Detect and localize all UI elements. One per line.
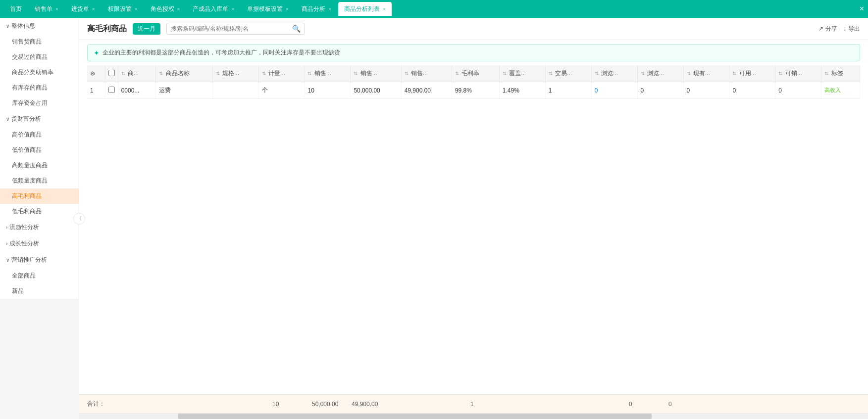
- sidebar-item-all-goods[interactable]: 全部商品: [0, 268, 79, 283]
- nav-tab-products[interactable]: 产成品入库单 ×: [187, 2, 240, 16]
- sort-trade-icon: ⇅: [549, 71, 553, 76]
- col-margin-rate[interactable]: ⇅ 毛利率: [452, 65, 499, 82]
- col-saleable[interactable]: ⇅ 可销...: [775, 65, 821, 82]
- close-roles-tab[interactable]: ×: [177, 6, 180, 12]
- footer-label: 合计：: [87, 400, 105, 408]
- cell-available: 0: [729, 82, 775, 99]
- export-button[interactable]: ↓ 导出: [843, 25, 860, 33]
- col-tag[interactable]: ⇅ 标签: [821, 65, 860, 82]
- sort-sales-cost-icon: ⇅: [405, 71, 408, 76]
- col-unit[interactable]: ⇅ 计量...: [258, 65, 305, 82]
- arrow-financial: ∨: [6, 116, 9, 122]
- col-browse2[interactable]: ⇅ 浏览...: [637, 65, 683, 82]
- close-products-tab[interactable]: ×: [231, 6, 234, 12]
- table-header-row: ⚙ ⇅ 商... ⇅ 商品名称: [87, 65, 860, 82]
- footer-spacer-4: [230, 401, 269, 408]
- sidebar-group-overall[interactable]: ∨ 整体信息: [0, 18, 79, 34]
- footer-available: 0: [626, 401, 665, 408]
- col-checkbox: [105, 65, 118, 82]
- close-analysis-tab[interactable]: ×: [328, 6, 331, 12]
- close-all-tabs[interactable]: ×: [860, 4, 864, 13]
- sort-spec-icon: ⇅: [216, 71, 220, 76]
- footer-spacer-2: [151, 401, 190, 408]
- sidebar-item-low-freq[interactable]: 低频量度商品: [0, 173, 79, 188]
- nav-tab-permissions[interactable]: 权限设置 ×: [102, 2, 144, 16]
- footer-trade: 1: [467, 401, 507, 408]
- nav-tab-home[interactable]: 首页: [4, 2, 28, 16]
- col-name[interactable]: ⇅ 商品名称: [156, 65, 212, 82]
- time-filter-button[interactable]: 近一月: [133, 23, 160, 35]
- cell-browse1[interactable]: 0: [591, 82, 637, 99]
- sidebar-item-low-value[interactable]: 低价值商品: [0, 142, 79, 158]
- export-icon: ↓: [843, 25, 846, 32]
- sidebar-item-high-margin[interactable]: 高毛利商品: [0, 188, 79, 204]
- sidebar-group-trend[interactable]: › 流趋性分析: [0, 219, 79, 235]
- sort-tag-icon: ⇅: [824, 71, 828, 76]
- cell-trade: 1: [545, 82, 591, 99]
- footer-spacer-3: [190, 401, 230, 408]
- header-actions: ↗ 分享 ↓ 导出: [818, 25, 860, 33]
- col-browse1[interactable]: ⇅ 浏览...: [591, 65, 637, 82]
- nav-tab-templates[interactable]: 单据模板设置 ×: [241, 2, 295, 16]
- col-sales-cost[interactable]: ⇅ 销售...: [401, 65, 452, 82]
- table-container[interactable]: ⚙ ⇅ 商... ⇅ 商品名称: [79, 65, 868, 394]
- nav-tab-purchase[interactable]: 进货单 ×: [65, 2, 101, 16]
- col-coverage[interactable]: ⇅ 覆盖...: [499, 65, 545, 82]
- sidebar: ∨ 整体信息 销售货商品 交易过的商品 商品分类助销率 有库存的商品 库存资金占…: [0, 18, 79, 299]
- col-settings[interactable]: ⚙: [87, 65, 105, 82]
- footer-sales-cost: 49,900.00: [349, 401, 388, 408]
- close-permissions-tab[interactable]: ×: [135, 6, 138, 12]
- info-text: 企业的主要的利润都是这部分商品创造的，可考虑加大推广，同时关注库存是不要出现缺货: [102, 48, 340, 57]
- search-input[interactable]: [171, 25, 289, 32]
- sidebar-group-financial[interactable]: ∨ 货财富分析: [0, 111, 79, 127]
- nav-tab-analysis-list[interactable]: 商品分析列表 ×: [338, 2, 392, 16]
- col-code[interactable]: ⇅ 商...: [118, 65, 156, 82]
- col-available[interactable]: ⇅ 可用...: [729, 65, 775, 82]
- col-current[interactable]: ⇅ 现有...: [683, 65, 729, 82]
- close-purchase-tab[interactable]: ×: [92, 6, 95, 12]
- nav-tab-analysis[interactable]: 商品分析 ×: [296, 2, 337, 16]
- close-templates-tab[interactable]: ×: [286, 6, 289, 12]
- page-title: 高毛利商品: [87, 24, 127, 34]
- sidebar-item-high-value[interactable]: 高价值商品: [0, 127, 79, 142]
- search-icon[interactable]: 🔍: [292, 25, 301, 33]
- sort-sales-amount-icon: ⇅: [354, 71, 357, 76]
- table-footer: 合计： 10 50,000.00 49,900.00 1 0 0: [79, 394, 868, 413]
- sidebar-collapse-button[interactable]: 《: [73, 213, 85, 225]
- col-trade[interactable]: ⇅ 交易...: [545, 65, 591, 82]
- sidebar-group-growth[interactable]: › 成长性分析: [0, 235, 79, 252]
- close-analysis-list-tab[interactable]: ×: [383, 6, 386, 12]
- sidebar-item-sales-goods[interactable]: 销售货商品: [0, 34, 79, 49]
- footer-spacer-1: [111, 401, 151, 408]
- col-sales-amount[interactable]: ⇅ 销售...: [351, 65, 401, 82]
- browse1-link[interactable]: 0: [595, 87, 598, 94]
- share-button[interactable]: ↗ 分享: [818, 25, 837, 33]
- select-all-checkbox[interactable]: [108, 70, 115, 76]
- sidebar-item-stocked-goods[interactable]: 有库存的商品: [0, 80, 79, 95]
- sort-name-icon: ⇅: [159, 71, 163, 76]
- sidebar-item-stock-occupy[interactable]: 库存资金占用: [0, 95, 79, 111]
- sidebar-item-high-freq[interactable]: 高频量度商品: [0, 158, 79, 173]
- close-sales-tab[interactable]: ×: [55, 6, 58, 12]
- sort-saleable-icon: ⇅: [778, 71, 782, 76]
- sidebar-wrapper: ∨ 整体信息 销售货商品 交易过的商品 商品分类助销率 有库存的商品 库存资金占…: [0, 18, 79, 419]
- sidebar-item-low-margin[interactable]: 低毛利商品: [0, 204, 79, 219]
- sidebar-item-traded-goods[interactable]: 交易过的商品: [0, 49, 79, 65]
- bottom-scrollbar[interactable]: [79, 413, 868, 419]
- footer-spacer-9: [586, 401, 626, 408]
- sidebar-item-analysis-rate[interactable]: 商品分类助销率: [0, 65, 79, 80]
- col-sales-qty[interactable]: ⇅ 销售...: [305, 65, 351, 82]
- cell-current: 0: [683, 82, 729, 99]
- footer-saleable: 0: [665, 401, 705, 408]
- search-box: 🔍: [166, 23, 305, 35]
- nav-tab-sales[interactable]: 销售单 ×: [29, 2, 64, 16]
- sort-current-icon: ⇅: [687, 71, 691, 76]
- scrollbar-thumb[interactable]: [178, 414, 652, 419]
- nav-tab-roles[interactable]: 角色授权 ×: [145, 2, 186, 16]
- footer-spacer-5: [388, 401, 428, 408]
- sort-browse2-icon: ⇅: [641, 71, 645, 76]
- sidebar-group-marketing[interactable]: ∨ 营销推广分析: [0, 252, 79, 268]
- sidebar-item-new-goods[interactable]: 新品: [0, 283, 79, 299]
- col-spec[interactable]: ⇅ 规格...: [212, 65, 258, 82]
- row-checkbox[interactable]: [108, 87, 115, 93]
